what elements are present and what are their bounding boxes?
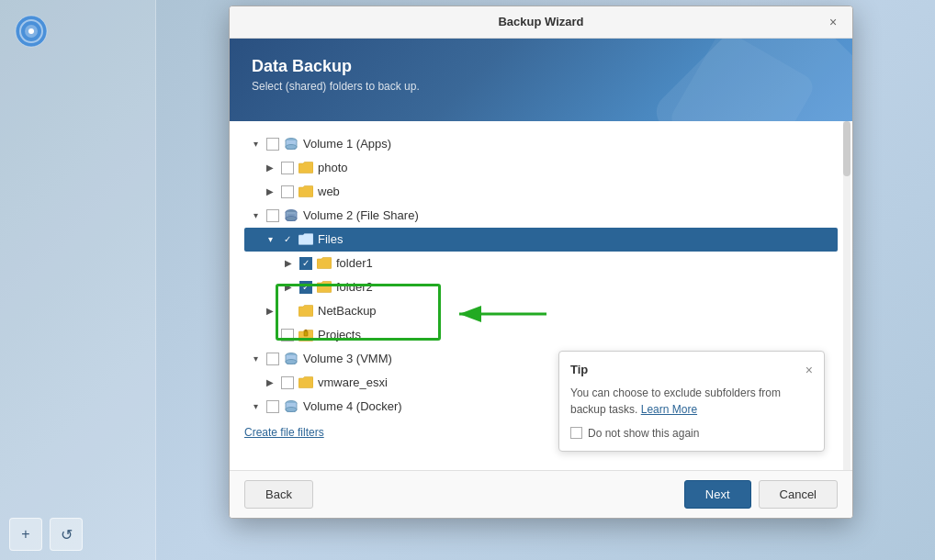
db-icon-vol1 <box>283 136 299 152</box>
tip-do-not-show-label: Do not show this again <box>588 427 699 440</box>
label-vol3: Volume 3 (VMM) <box>303 352 392 365</box>
tree-item-folder2[interactable]: ▶ folder2 <box>244 275 838 299</box>
desktop: + ↺ Backup Wizard × Data Backup Select (… <box>0 0 935 560</box>
tree-item-folder1[interactable]: ▶ folder1 <box>244 252 838 275</box>
tip-title: Tip <box>570 363 588 376</box>
app-icon <box>15 15 48 50</box>
tip-learn-more-link[interactable]: Learn More <box>641 403 697 416</box>
folder-icon-photo <box>298 160 314 176</box>
next-button[interactable]: Next <box>684 480 751 509</box>
folder-icon-vmware <box>298 375 314 391</box>
expand-files[interactable]: ▾ <box>263 232 277 247</box>
checkbox-vmware[interactable] <box>281 376 294 389</box>
tree-item-netbackup[interactable]: ▶ NetBackup <box>244 299 838 323</box>
label-web: web <box>318 185 340 198</box>
checkbox-vol4[interactable] <box>266 400 279 413</box>
scrollbar-track[interactable] <box>843 121 851 470</box>
taskbar: + ↺ <box>0 0 156 560</box>
expand-vol3[interactable]: ▾ <box>248 352 263 366</box>
window-close-button[interactable]: × <box>825 14 841 30</box>
svg-point-13 <box>286 408 297 412</box>
tree-item-projects[interactable]: Projects <box>244 323 838 347</box>
tree-item-web[interactable]: ▶ web <box>244 180 838 204</box>
label-folder1: folder1 <box>336 256 373 270</box>
tree-item-vol2[interactable]: ▾ Volume 2 (File Share) <box>244 204 838 228</box>
wizard-header: Data Backup Select (shared) folders to b… <box>230 39 852 121</box>
expand-vol2[interactable]: ▾ <box>248 208 263 223</box>
svg-point-11 <box>286 360 297 364</box>
expand-photo[interactable]: ▶ <box>263 161 277 175</box>
expand-folder1[interactable]: ▶ <box>281 256 296 271</box>
add-button[interactable]: + <box>9 518 42 551</box>
label-folder2: folder2 <box>336 280 373 294</box>
expand-vol4[interactable]: ▾ <box>248 399 263 414</box>
tree-item-files[interactable]: ▾ Files <box>244 228 838 252</box>
checkbox-folder1[interactable] <box>299 257 312 270</box>
db-icon-vol2 <box>283 207 299 224</box>
db-icon-vol4 <box>283 398 299 415</box>
lock-folder-icon-projects <box>298 327 314 343</box>
label-netbackup: NetBackup <box>318 304 377 318</box>
folder-icon-files <box>298 231 314 248</box>
tip-do-not-show-checkbox[interactable] <box>570 427 582 439</box>
expand-folder2[interactable]: ▶ <box>281 280 296 295</box>
tip-close-button[interactable]: × <box>805 363 813 377</box>
tree-item-vol1[interactable]: ▾ Volume 1 (Apps) <box>244 132 838 156</box>
checkbox-files[interactable] <box>281 233 294 246</box>
folder-icon-folder1 <box>316 255 332 272</box>
tree-item-photo[interactable]: ▶ photo <box>244 156 838 180</box>
checkbox-vol1[interactable] <box>266 138 279 151</box>
modal-overlay: Backup Wizard × Data Backup Select (shar… <box>147 0 935 560</box>
taskbar-bottom: + ↺ <box>9 518 146 551</box>
checkbox-photo[interactable] <box>281 162 294 174</box>
tip-popup: Tip × You can choose to exclude subfolde… <box>558 351 825 452</box>
checkbox-projects[interactable] <box>281 329 294 342</box>
wizard-footer: Back Next Cancel <box>230 470 852 518</box>
expand-vmware[interactable]: ▶ <box>263 375 277 390</box>
folder-icon-netbackup <box>298 303 314 319</box>
label-vol2: Volume 2 (File Share) <box>303 208 419 222</box>
expand-web[interactable]: ▶ <box>263 185 277 199</box>
svg-point-3 <box>28 28 34 34</box>
title-bar: Backup Wizard × <box>230 6 852 39</box>
header-title: Data Backup <box>252 57 830 76</box>
svg-rect-9 <box>304 331 308 336</box>
label-vol4: Volume 4 (Docker) <box>303 399 402 413</box>
tip-body: You can choose to exclude subfolders fro… <box>570 385 813 418</box>
checkbox-web[interactable] <box>281 185 294 198</box>
label-photo: photo <box>318 161 348 174</box>
tip-footer: Do not show this again <box>570 427 813 440</box>
label-vmware: vmware_esxi <box>318 375 388 389</box>
label-files: Files <box>318 232 343 246</box>
footer-right-buttons: Next Cancel <box>684 480 838 509</box>
checkbox-folder2[interactable] <box>299 281 312 294</box>
back-button[interactable]: Back <box>244 480 313 509</box>
expand-vol1[interactable]: ▾ <box>248 137 263 151</box>
cancel-button[interactable]: Cancel <box>759 480 838 509</box>
tip-header: Tip × <box>570 363 813 377</box>
folder-icon-web <box>298 184 314 200</box>
scrollbar-thumb[interactable] <box>843 121 851 176</box>
label-vol1: Volume 1 (Apps) <box>303 137 391 151</box>
svg-point-7 <box>286 217 297 221</box>
history-button[interactable]: ↺ <box>50 518 83 551</box>
wizard-window: Backup Wizard × Data Backup Select (shar… <box>229 6 853 519</box>
checkbox-vol2[interactable] <box>266 209 279 222</box>
folder-icon-folder2 <box>316 279 332 296</box>
expand-netbackup[interactable]: ▶ <box>263 304 277 319</box>
wizard-content: ▾ Volume 1 (Apps) ▶ ph <box>230 121 852 470</box>
label-projects: Projects <box>318 328 361 342</box>
svg-point-5 <box>286 145 297 150</box>
checkbox-vol3[interactable] <box>266 353 279 365</box>
db-icon-vol3 <box>283 351 299 367</box>
window-title: Backup Wizard <box>257 15 825 28</box>
header-subtitle: Select (shared) folders to back up. <box>252 80 830 93</box>
